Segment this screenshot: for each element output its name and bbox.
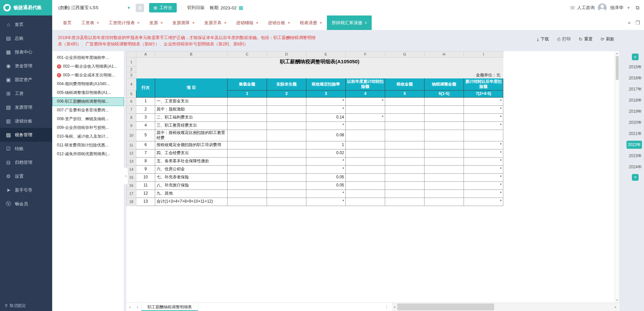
report-item-007[interactable]: 007-广告费和业务宣传费跨...: [52, 106, 124, 115]
download-button[interactable]: ⤓下载: [537, 36, 549, 42]
cell-line-no[interactable]: 7: [136, 149, 155, 157]
cell[interactable]: [425, 198, 464, 206]
row-number[interactable]: 2: [127, 66, 136, 72]
sidebar-item-purchase-sales-ledger[interactable]: ▥进销台账: [0, 114, 52, 128]
cell[interactable]: *: [464, 181, 503, 189]
row-number[interactable]: 8: [127, 113, 136, 122]
cell-line-no[interactable]: 5: [136, 130, 155, 141]
year-2019[interactable]: 2019年: [626, 106, 644, 117]
cell[interactable]: [267, 141, 306, 149]
cell[interactable]: [425, 122, 464, 130]
close-icon[interactable]: ×: [224, 20, 227, 25]
sidebar-item-settings[interactable]: ⚙设置: [0, 169, 52, 183]
cell[interactable]: [425, 97, 464, 105]
cell[interactable]: [425, 165, 464, 173]
calendar-icon[interactable]: ▦: [239, 5, 243, 11]
sidebar-item-general-ledger[interactable]: ▤总账: [0, 31, 52, 45]
row-number[interactable]: 1: [127, 57, 136, 66]
column-header-G[interactable]: G: [385, 51, 425, 57]
cell[interactable]: [425, 113, 464, 122]
sidebar-item-closing[interactable]: ☑结账: [0, 142, 52, 156]
cell[interactable]: [228, 157, 267, 165]
report-item-012[interactable]: 012-减免所得税优惠明细表(...: [52, 150, 124, 159]
cell[interactable]: [267, 149, 306, 157]
scroll-left-icon[interactable]: ◄: [392, 306, 397, 309]
year-2021[interactable]: 2021年: [626, 128, 644, 139]
sidebar-item-report-center[interactable]: ▦报表中心: [0, 45, 52, 59]
scroll-right-icon[interactable]: ►: [613, 306, 618, 309]
cell[interactable]: *: [306, 165, 346, 173]
cell[interactable]: *: [464, 189, 503, 198]
sidebar-item-archive-management[interactable]: ⊟归档管理: [0, 156, 52, 169]
cell[interactable]: [267, 198, 306, 206]
unit-note-cell[interactable]: 金额单位：元: [136, 72, 503, 78]
report-item-008[interactable]: 008-资产折旧、摊销及纳税...: [52, 115, 124, 124]
avatar[interactable]: [598, 3, 607, 12]
cell[interactable]: [228, 189, 267, 198]
cell-line-no[interactable]: 10: [136, 173, 155, 181]
tab-purchase-sales-audit[interactable]: 进销稽核×: [231, 15, 263, 30]
cell[interactable]: [385, 173, 425, 181]
row-number[interactable]: 12: [127, 149, 136, 157]
cell[interactable]: [228, 122, 267, 130]
fullscreen-icon[interactable]: ⧉: [636, 5, 639, 11]
report-item-010[interactable]: 010-免税、减计收入及加计...: [52, 132, 124, 141]
tab-invoice[interactable]: 发票×: [144, 15, 168, 30]
cell[interactable]: *: [464, 173, 503, 181]
scrollbar-thumb[interactable]: [397, 304, 495, 310]
column-header-F[interactable]: F: [346, 51, 385, 57]
cell[interactable]: [385, 181, 425, 189]
tab-income-tax-settlement[interactable]: 所得税汇算清缴×: [327, 15, 372, 30]
scroll-down-icon[interactable]: ▼: [616, 298, 618, 303]
year-2022[interactable]: 2022年: [626, 141, 642, 149]
cell[interactable]: [267, 165, 306, 173]
report-item-011[interactable]: 011-研发费用加计扣除优惠...: [52, 141, 124, 150]
column-header-I[interactable]: I: [464, 51, 503, 57]
report-item-004[interactable]: 004-期间费用明细表(A1040...: [52, 80, 124, 89]
report-item-001[interactable]: 001-企业所得税年度纳税申...: [52, 54, 124, 62]
cell[interactable]: [385, 189, 425, 198]
cell[interactable]: [228, 141, 267, 149]
tab-purchase-sales-ledger[interactable]: 进销台账×: [263, 15, 295, 30]
cell-item[interactable]: 六、住房公积金: [155, 165, 228, 173]
row-number[interactable]: 9: [127, 122, 136, 130]
cell-line-no[interactable]: 3: [136, 113, 155, 122]
cell-item[interactable]: 九、其他: [155, 189, 228, 198]
cell[interactable]: *: [464, 149, 503, 157]
report-item-002[interactable]: !002-一般企业收入明细表(A1...: [52, 62, 124, 71]
cell[interactable]: *: [464, 198, 503, 206]
workbench-button[interactable]: ⊞ 工作台: [149, 3, 177, 12]
cell[interactable]: *: [306, 189, 346, 198]
cell[interactable]: [267, 173, 306, 181]
row-number[interactable]: 7: [127, 105, 136, 113]
years-collapse-up-button[interactable]: «: [632, 54, 639, 60]
cell[interactable]: [385, 130, 425, 141]
cell[interactable]: [464, 130, 503, 141]
sheet-next-button[interactable]: ›: [134, 304, 141, 310]
cell[interactable]: [267, 130, 306, 141]
cell[interactable]: [228, 113, 267, 122]
cell[interactable]: *: [464, 105, 503, 113]
column-header-C[interactable]: C: [228, 51, 267, 57]
cell-line-no[interactable]: 9: [136, 165, 155, 173]
horizontal-scrollbar[interactable]: ◄ ►: [392, 303, 618, 311]
close-icon[interactable]: ×: [160, 20, 163, 25]
cell[interactable]: [267, 157, 306, 165]
sidebar-item-home[interactable]: ⌂首页: [0, 18, 52, 31]
close-icon[interactable]: ×: [256, 20, 259, 25]
cell[interactable]: *: [306, 105, 346, 113]
cell[interactable]: *: [306, 122, 346, 130]
sidebar-item-fund-management[interactable]: ◉资金管理: [0, 59, 52, 73]
year-2024[interactable]: 2024年: [626, 162, 644, 173]
refresh-button[interactable]: ⟳刷新: [601, 36, 614, 42]
close-icon[interactable]: ×: [137, 20, 140, 25]
cell[interactable]: *: [464, 97, 503, 105]
cell[interactable]: [385, 165, 425, 173]
column-header-H[interactable]: H: [425, 51, 464, 57]
print-button[interactable]: ⎙打印: [557, 36, 571, 42]
sheet-tab[interactable]: 职工薪酬纳税调整明细表: [141, 303, 198, 311]
cell[interactable]: [228, 198, 267, 206]
cell-line-no[interactable]: 2: [136, 105, 155, 113]
close-icon[interactable]: ×: [319, 20, 322, 25]
cell[interactable]: [385, 105, 425, 113]
